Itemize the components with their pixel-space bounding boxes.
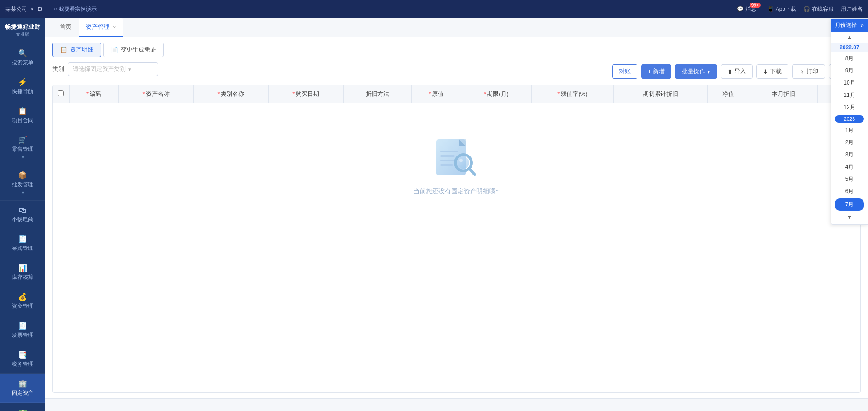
month-item-5[interactable]: 5月 [831, 173, 868, 185]
sidebar-item-ecommerce[interactable]: 🛍 小畅电商 [0, 201, 45, 229]
top-bar-right: 💬 消息 99+ 📱 App下载 🎧 在线客服 用户姓名 [737, 5, 863, 13]
col-code: *编码 [69, 85, 118, 103]
assets-icon: 🏢 [18, 379, 27, 388]
sub-tab-change-voucher[interactable]: 📄 变更生成凭证 [103, 43, 164, 57]
col-monthly-depreciation: 本月折旧 [750, 85, 817, 103]
year-2023-badge: 2023 [835, 115, 864, 123]
sidebar-assets-label: 固定资产 [12, 389, 33, 397]
month-nav-top: ▲ [831, 32, 868, 43]
settings-icon[interactable]: ⚙ [37, 5, 43, 13]
import-button[interactable]: ⬆ 导入 [721, 64, 753, 79]
tab-home-label: 首页 [60, 23, 71, 31]
logo-title: 畅捷通好业财 [4, 24, 42, 31]
sidebar-item-quick-nav[interactable]: ⚡ 快捷导航 [0, 72, 45, 101]
month-panel-title: 月份选择 [835, 21, 857, 29]
month-item-2[interactable]: 2月 [831, 137, 868, 149]
message-icon: 💬 [737, 6, 744, 12]
col-buy-date: *购买日期 [269, 85, 344, 103]
month-panel: 月份选择 » ▲ 2022.07 8月 9月 10月 11月 12月 2023 … [831, 18, 868, 225]
month-item-3[interactable]: 3月 [831, 149, 868, 161]
project-icon: 📋 [18, 107, 27, 115]
sidebar-project-label: 项目合同 [12, 117, 33, 124]
select-all-checkbox[interactable] [53, 85, 69, 103]
table-wrapper: *编码 *资产名称 *类别名称 *购买日期 折旧方法 *原值 *期限(月) *残… [52, 85, 861, 393]
sidebar-item-search[interactable]: 🔍 搜索菜单 [0, 43, 45, 72]
demo-label: 我要看实例演示 [59, 6, 97, 12]
demo-link[interactable]: ○ 我要看实例演示 [54, 5, 97, 13]
month-item-12[interactable]: 12月 [831, 101, 868, 113]
assets-table: *编码 *资产名称 *类别名称 *购买日期 折旧方法 *原值 *期限(月) *残… [53, 85, 860, 227]
main-layout: 畅捷通好业财 专业版 🔍 搜索菜单 ⚡ 快捷导航 📋 项目合同 🛒 零售管理 ▾… [0, 18, 868, 411]
col-residual-rate: *残值率(%) [532, 85, 614, 103]
month-item-7-current[interactable]: 7月 [835, 198, 864, 211]
month-item-6[interactable]: 6月 [831, 185, 868, 198]
month-panel-collapse-icon[interactable]: » [860, 22, 864, 29]
print-icon: 🖨 [799, 68, 805, 75]
add-button[interactable]: + 新增 [641, 64, 671, 79]
service-icon: 🎧 [803, 6, 810, 12]
month-item-10[interactable]: 10月 [831, 77, 868, 89]
company-dropdown-icon[interactable]: ▾ [31, 6, 33, 12]
company-name: 某某公司 [5, 5, 27, 13]
logo-sub: 专业版 [4, 31, 42, 38]
sidebar-logo: 畅捷通好业财 专业版 [0, 18, 45, 43]
sidebar-item-inventory[interactable]: 📊 库存核算 [0, 258, 45, 287]
month-item-11[interactable]: 11月 [831, 89, 868, 101]
chevron-down-icon: ▾ [22, 155, 24, 160]
sub-tabs: 📋 资产明细 📄 变更生成凭证 [52, 43, 861, 57]
sidebar-ecommerce-label: 小畅电商 [12, 216, 33, 223]
tab-asset-management[interactable]: 资产管理 × [79, 18, 123, 37]
add-label: + 新增 [648, 67, 665, 76]
sidebar-item-salary[interactable]: 💵 工资 [0, 403, 45, 411]
col-original-value: *原值 [411, 85, 461, 103]
empty-state: 当前您还没有固定资产明细哦~ [57, 108, 856, 222]
sidebar-item-finance[interactable]: 💰 资金管理 [0, 287, 45, 316]
user-name[interactable]: 用户姓名 [841, 5, 863, 13]
download-label: 下载 [770, 67, 782, 76]
chevron-down-icon: ▾ [22, 190, 24, 195]
sub-tab-asset-detail[interactable]: 📋 资产明细 [52, 43, 101, 57]
month-item-9[interactable]: 9月 [831, 65, 868, 77]
sidebar-inventory-label: 库存核算 [12, 274, 33, 281]
batch-arrow-icon: ▾ [707, 68, 710, 75]
sub-tab-asset-detail-label: 资产明细 [70, 46, 94, 54]
customer-service-button[interactable]: 🎧 在线客服 [803, 5, 834, 13]
svg-rect-3 [440, 151, 458, 152]
tab-bar: 首页 资产管理 × [45, 18, 868, 37]
tab-home[interactable]: 首页 [52, 18, 79, 37]
reconcile-button[interactable]: 对账 [612, 64, 637, 79]
batch-button[interactable]: 批量操作 ▾ [675, 64, 717, 79]
month-item-8[interactable]: 8月 [831, 52, 868, 65]
sidebar-quicknav-label: 快捷导航 [12, 88, 33, 95]
col-period: *期限(月) [461, 85, 531, 103]
sidebar-item-purchase[interactable]: 🧾 采购管理 [0, 229, 45, 258]
inventory-icon: 📊 [18, 264, 27, 272]
sidebar-item-project[interactable]: 📋 项目合同 [0, 101, 45, 130]
month-up-icon[interactable]: ▲ [846, 33, 853, 41]
col-accumulated-depreciation: 期初累计折旧 [613, 85, 707, 103]
sidebar-item-invoice[interactable]: 🧾 发票管理 [0, 316, 45, 345]
download-button[interactable]: ⬇ 下载 [756, 64, 788, 79]
sidebar-item-assets[interactable]: 🏢 固定资产 [0, 374, 45, 403]
sidebar-item-wholesale[interactable]: 📦 批发管理 ▾ [0, 165, 45, 201]
month-item-1[interactable]: 1月 [831, 124, 868, 137]
category-select[interactable]: 请选择固定资产类别 ▾ [68, 62, 158, 76]
empty-state-cell: 当前您还没有固定资产明细哦~ [53, 103, 860, 227]
tab-active-label: 资产管理 [86, 23, 109, 31]
app-download-button[interactable]: 📱 App下载 [767, 5, 796, 13]
sidebar-wholesale-label: 批发管理 [12, 181, 33, 189]
print-button[interactable]: 🖨 打印 [792, 64, 825, 79]
month-item-4[interactable]: 4月 [831, 161, 868, 173]
table-header-row: *编码 *资产名称 *类别名称 *购买日期 折旧方法 *原值 *期限(月) *残… [53, 85, 860, 103]
tab-close-icon[interactable]: × [113, 24, 116, 30]
sidebar-item-tax[interactable]: 📑 税务管理 [0, 345, 45, 374]
message-button[interactable]: 💬 消息 99+ [737, 5, 756, 13]
print-label: 打印 [807, 67, 818, 76]
sidebar-item-retail[interactable]: 🛒 零售管理 ▾ [0, 130, 45, 165]
sidebar-purchase-label: 采购管理 [12, 245, 33, 252]
top-bar-left: 某某公司 ▾ ⚙ ○ 我要看实例演示 [5, 5, 97, 13]
checkbox-all[interactable] [58, 90, 64, 96]
filter-label: 类别 [52, 65, 64, 73]
reconcile-label: 对账 [619, 67, 631, 76]
month-down-icon[interactable]: ▼ [846, 213, 853, 221]
